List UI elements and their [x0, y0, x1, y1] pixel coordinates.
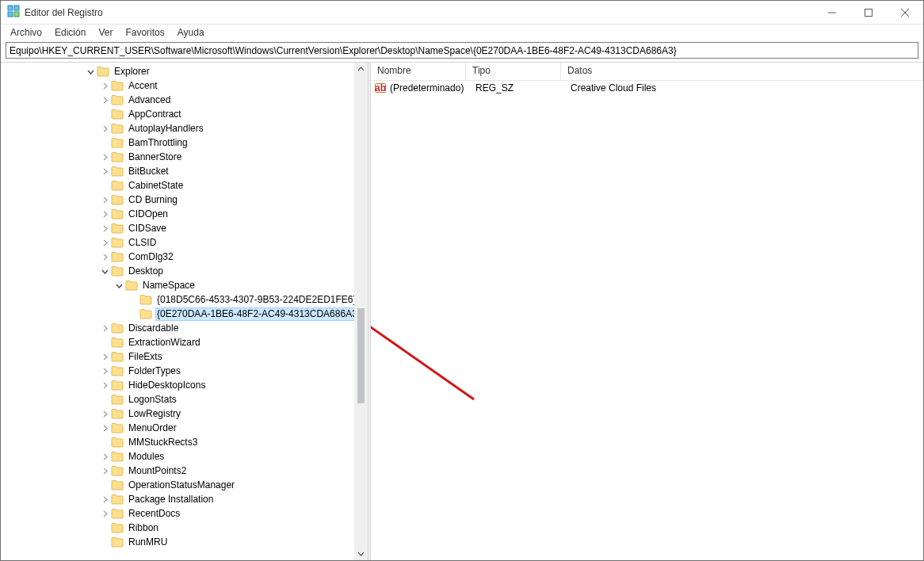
tree-item[interactable]: AutoplayHandlers — [1, 121, 360, 135]
svg-rect-1 — [14, 6, 19, 10]
tree-label: AutoplayHandlers — [127, 122, 205, 135]
window-title: Editor del Registro — [25, 7, 103, 18]
tree-item[interactable]: CIDOpen — [1, 207, 360, 221]
tree-label: Accent — [127, 79, 159, 93]
tree-label: HideDesktopIcons — [127, 379, 207, 392]
chevron-right-icon[interactable] — [99, 251, 110, 262]
tree-label: ComDlg32 — [127, 250, 175, 264]
tree-pane: ExplorerAccentAdvancedAppContractAutopla… — [1, 63, 368, 560]
tree-item[interactable]: FileExts — [1, 349, 360, 364]
tree-item[interactable]: {018D5C66-4533-4307-9B53-224DE2ED1FE6} — [1, 292, 360, 307]
column-data[interactable]: Datos — [561, 63, 923, 80]
menu-item-ver[interactable]: Ver — [92, 25, 119, 40]
value-type: REG_SZ — [469, 82, 564, 94]
menu-item-edición[interactable]: Edición — [48, 25, 92, 40]
tree-label: ExtractionWizard — [127, 336, 202, 349]
tree-item[interactable]: AppContract — [1, 107, 360, 121]
chevron-right-icon[interactable] — [99, 351, 110, 362]
titlebar: Editor del Registro — [1, 1, 923, 25]
tree-item[interactable]: ComDlg32 — [1, 250, 360, 264]
tree-item[interactable]: RecentDocs — [1, 506, 360, 521]
chevron-down-icon[interactable] — [85, 66, 96, 77]
chevron-right-icon[interactable] — [99, 380, 110, 391]
address-input[interactable] — [6, 42, 918, 59]
chevron-right-icon[interactable] — [99, 465, 110, 476]
chevron-right-icon[interactable] — [99, 223, 110, 234]
tree-item[interactable]: RunMRU — [1, 535, 360, 549]
main-split: ExplorerAccentAdvancedAppContractAutopla… — [1, 62, 923, 560]
tree-label: AppContract — [127, 108, 183, 121]
tree-item[interactable]: MountPoints2 — [1, 464, 360, 478]
menu-item-archivo[interactable]: Archivo — [4, 25, 48, 40]
tree-item[interactable]: ExtractionWizard — [1, 335, 360, 349]
chevron-down-icon[interactable] — [113, 280, 124, 291]
tree-item[interactable]: Explorer — [1, 64, 360, 78]
tree-item[interactable]: NameSpace — [1, 278, 360, 292]
minimize-button[interactable] — [814, 1, 850, 25]
tree-label: FileExts — [127, 350, 164, 364]
tree-scrollbar[interactable] — [354, 63, 368, 560]
tree-item[interactable]: CD Burning — [1, 193, 360, 207]
tree-item[interactable]: MMStuckRects3 — [1, 435, 360, 449]
chevron-right-icon[interactable] — [99, 94, 110, 105]
chevron-right-icon[interactable] — [99, 508, 110, 519]
tree-label: MountPoints2 — [127, 464, 188, 478]
app-icon — [7, 5, 20, 20]
chevron-right-icon[interactable] — [99, 237, 110, 248]
scroll-down-icon[interactable] — [354, 547, 368, 560]
chevron-right-icon[interactable] — [99, 408, 110, 419]
tree-label: Advanced — [127, 94, 172, 107]
values-pane: Nombre Tipo Datos ab(Predeterminado)REG_… — [371, 63, 923, 560]
tree-item[interactable]: Ribbon — [1, 521, 360, 535]
chevron-right-icon[interactable] — [99, 123, 110, 134]
list-body[interactable]: ab(Predeterminado)REG_SZCreative Cloud F… — [371, 81, 923, 95]
tree-item[interactable]: OperationStatusManager — [1, 478, 360, 492]
column-name[interactable]: Nombre — [371, 63, 466, 80]
chevron-right-icon[interactable] — [99, 166, 110, 177]
tree-item[interactable]: MenuOrder — [1, 421, 360, 435]
menu-item-ayuda[interactable]: Ayuda — [171, 25, 211, 40]
svg-rect-5 — [865, 9, 872, 16]
scroll-thumb[interactable] — [357, 308, 365, 403]
chevron-right-icon[interactable] — [99, 322, 110, 334]
tree-item[interactable]: CLSID — [1, 235, 360, 250]
column-type[interactable]: Tipo — [466, 63, 561, 80]
tree-item[interactable]: BannerStore — [1, 150, 360, 164]
chevron-right-icon[interactable] — [99, 422, 110, 433]
tree-item[interactable]: Modules — [1, 449, 360, 464]
tree-item[interactable]: CabinetState — [1, 178, 360, 193]
close-button[interactable] — [887, 1, 923, 25]
chevron-right-icon[interactable] — [99, 208, 110, 219]
chevron-right-icon[interactable] — [99, 80, 110, 91]
tree-item[interactable]: BamThrottling — [1, 135, 360, 150]
maximize-button[interactable] — [850, 1, 887, 25]
chevron-right-icon[interactable] — [99, 194, 110, 205]
registry-tree[interactable]: ExplorerAccentAdvancedAppContractAutopla… — [1, 63, 360, 551]
tree-label: Package Installation — [127, 493, 215, 506]
tree-item[interactable]: Desktop — [1, 264, 360, 278]
tree-item[interactable]: LowRegistry — [1, 406, 360, 421]
chevron-right-icon[interactable] — [99, 451, 110, 462]
tree-item[interactable]: Accent — [1, 78, 360, 93]
tree-item[interactable]: Discardable — [1, 321, 360, 335]
svg-rect-2 — [8, 12, 13, 17]
tree-item[interactable]: FolderTypes — [1, 364, 360, 378]
value-row[interactable]: ab(Predeterminado)REG_SZCreative Cloud F… — [371, 81, 923, 95]
tree-label: Discardable — [127, 322, 180, 335]
tree-item[interactable]: CIDSave — [1, 221, 360, 235]
chevron-down-icon[interactable] — [99, 265, 110, 277]
tree-label: Desktop — [127, 265, 165, 278]
chevron-right-icon[interactable] — [99, 151, 110, 162]
tree-item[interactable]: HideDesktopIcons — [1, 378, 360, 392]
svg-text:ab: ab — [375, 82, 386, 94]
tree-item[interactable]: LogonStats — [1, 392, 360, 406]
tree-item[interactable]: Advanced — [1, 93, 360, 107]
tree-label: CD Burning — [127, 193, 179, 207]
chevron-right-icon[interactable] — [99, 365, 110, 376]
scroll-up-icon[interactable] — [354, 63, 368, 76]
tree-item[interactable]: BitBucket — [1, 164, 360, 178]
tree-item[interactable]: {0E270DAA-1BE6-48F2-AC49-4313CDA686A3} — [1, 307, 360, 321]
chevron-right-icon[interactable] — [99, 494, 110, 505]
tree-item[interactable]: Package Installation — [1, 492, 360, 506]
menu-item-favoritos[interactable]: Favoritos — [119, 25, 170, 40]
